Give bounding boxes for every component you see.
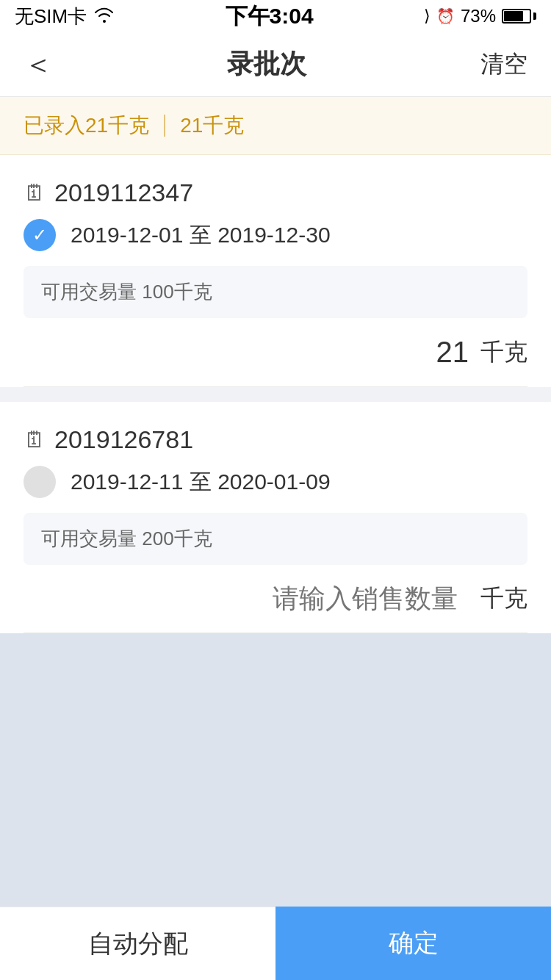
batch-card-1: 🗓 2019112347 ✓ 2019-12-01 至 2019-12-30 可… <box>0 155 551 387</box>
summary-value: 21千克 <box>180 112 244 140</box>
batch-amount-unit-1: 千克 <box>480 336 527 369</box>
battery-icon <box>502 9 536 24</box>
batch-date-row-2: 2019-12-11 至 2020-01-09 <box>24 466 527 498</box>
batch-date-1: 2019-12-01 至 2019-12-30 <box>71 220 331 251</box>
status-right: ⟩ ⏰ 73% <box>424 6 536 26</box>
batch-date-2: 2019-12-11 至 2020-01-09 <box>71 467 331 497</box>
batch-id-1: 2019112347 <box>54 179 193 207</box>
status-left: 无SIM卡 <box>15 4 115 29</box>
content-area: 🗓 2019112347 ✓ 2019-12-01 至 2019-12-30 可… <box>0 155 551 980</box>
radio-button-1[interactable]: ✓ <box>24 219 56 251</box>
wifi-icon <box>94 5 115 28</box>
check-icon-1: ✓ <box>32 225 47 245</box>
batch-header-2: 🗓 2019126781 <box>24 425 527 454</box>
location-icon: ⟩ <box>424 7 431 26</box>
page-title: 录批次 <box>227 46 306 82</box>
batch-date-row-1: ✓ 2019-12-01 至 2019-12-30 <box>24 219 527 251</box>
auto-distribute-button[interactable]: 自动分配 <box>0 907 276 980</box>
batch-quota-2: 可用交易量 200千克 <box>24 513 527 565</box>
batch-icon-2: 🗓 <box>24 428 46 453</box>
batch-input-unit-2: 千克 <box>480 583 527 615</box>
status-bar: 无SIM卡 下午3:04 ⟩ ⏰ 73% <box>0 0 551 32</box>
summary-label: 已录入21千克 <box>24 112 149 140</box>
bottom-bar: 自动分配 确定 <box>0 907 551 980</box>
alarm-icon: ⏰ <box>436 7 455 25</box>
radio-button-2[interactable] <box>24 466 56 498</box>
summary-divider <box>164 115 165 137</box>
summary-bar: 已录入21千克 21千克 <box>0 97 551 155</box>
card-separator-1 <box>0 387 551 402</box>
back-button[interactable]: ＜ <box>24 44 53 84</box>
nav-bar: ＜ 录批次 清空 <box>0 32 551 97</box>
empty-area <box>0 633 551 942</box>
batch-card-2: 🗓 2019126781 2019-12-11 至 2020-01-09 可用交… <box>0 402 551 633</box>
confirm-button[interactable]: 确定 <box>276 907 551 980</box>
clear-button[interactable]: 清空 <box>480 48 527 81</box>
batch-amount-value-1: 21 <box>436 336 469 369</box>
carrier-label: 无SIM卡 <box>15 4 87 29</box>
confirm-label: 确定 <box>389 926 439 960</box>
batch-id-2: 2019126781 <box>54 425 193 454</box>
batch-input-row-2[interactable]: 千克 <box>24 565 527 633</box>
batch-quota-text-2: 可用交易量 200千克 <box>41 527 212 550</box>
batch-quota-text-1: 可用交易量 100千克 <box>41 281 212 303</box>
batch-amount-row-1: 21 千克 <box>24 318 527 387</box>
batch-quota-1: 可用交易量 100千克 <box>24 266 527 318</box>
batch-icon-1: 🗓 <box>24 181 46 206</box>
batch-amount-input-2[interactable] <box>24 583 469 614</box>
battery-percent: 73% <box>461 6 496 26</box>
batch-header-1: 🗓 2019112347 <box>24 179 527 207</box>
status-time: 下午3:04 <box>226 1 314 32</box>
auto-distribute-label: 自动分配 <box>88 927 188 961</box>
